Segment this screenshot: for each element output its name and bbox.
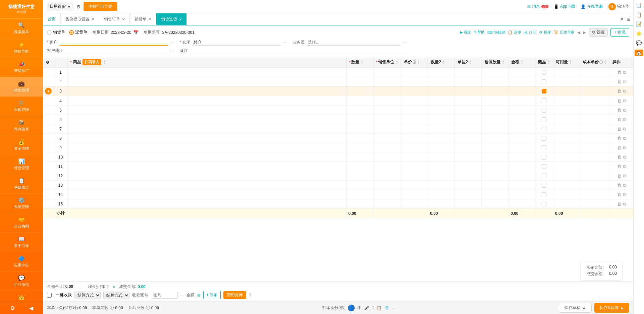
delete-row-btn[interactable]: 🗑 (617, 70, 622, 75)
gift-checkbox[interactable] (542, 164, 546, 169)
right-active-icon[interactable]: 🏠 (635, 50, 643, 56)
cost-cell[interactable] (580, 143, 610, 152)
cost-info-icon[interactable]: ⓘ (599, 60, 603, 65)
unit2-cell[interactable] (455, 143, 482, 152)
pkg-cell[interactable] (482, 199, 508, 209)
right-edit-icon[interactable]: 📝 (636, 21, 642, 27)
sidebar-item-appstore[interactable]: 🔷 应用中心 (0, 252, 43, 271)
salesunit-cell[interactable] (373, 181, 401, 190)
copy-row-btn[interactable]: ⧉ (623, 154, 626, 160)
gift-checkbox[interactable] (542, 183, 546, 188)
unit2-cell[interactable] (455, 190, 482, 199)
eq-sign[interactable]: = (113, 285, 115, 289)
salesunit-cell[interactable] (373, 115, 401, 124)
amount-cell[interactable] (508, 77, 535, 86)
copy-row-btn[interactable]: ⧉ (623, 79, 626, 84)
delete-row-btn[interactable]: 🗑 (617, 117, 622, 122)
sidebar-item-purchase[interactable]: 🛒 采购管理 (0, 97, 43, 116)
qty2-cell[interactable] (428, 106, 455, 115)
salesunit-cell[interactable] (373, 162, 401, 171)
sidebar-settings-btn[interactable]: ⚙ (10, 305, 15, 311)
copy-row-btn[interactable]: ⧉ (623, 117, 626, 122)
cost-cell[interactable] (580, 68, 610, 77)
price-cell[interactable] (401, 181, 428, 190)
qty2-cell[interactable] (428, 152, 455, 162)
delete-row-btn[interactable]: 🗑 (617, 173, 622, 178)
goods-cell[interactable] (67, 115, 346, 124)
address-picker-btn[interactable]: ··· (170, 48, 174, 54)
video-btn[interactable]: ▶ 视频 (460, 30, 471, 35)
avail-cell[interactable] (553, 77, 580, 86)
sidebar-item-sales[interactable]: 💼 销售管理 (0, 77, 43, 97)
qty-cell[interactable] (346, 162, 373, 171)
copy-row-btn[interactable]: ⧉ (623, 164, 626, 169)
salesunit-cell[interactable] (373, 171, 401, 181)
gift-cell[interactable] (535, 106, 553, 115)
table-icon[interactable]: 📋 (377, 306, 382, 310)
qty2-cell[interactable] (428, 190, 455, 199)
avail-cell[interactable] (553, 162, 580, 171)
scan-btn[interactable]: 扫码录入 (83, 59, 101, 65)
gift-checkbox[interactable] (542, 174, 546, 178)
salesunit-cell[interactable] (373, 77, 401, 86)
price-cell[interactable] (401, 115, 428, 124)
unit2-cell[interactable] (455, 86, 482, 96)
goods-cell[interactable] (67, 199, 346, 209)
tab-sales-order-close-icon[interactable]: ✕ (122, 17, 125, 21)
calendar-icon[interactable]: 📅 (133, 30, 138, 35)
pkg-cell[interactable] (482, 190, 508, 199)
salesunit-cell[interactable] (373, 86, 401, 96)
gift-cell[interactable] (535, 181, 553, 190)
gift-checkbox[interactable] (542, 127, 546, 131)
amount-cell[interactable] (508, 162, 535, 171)
copy-row-btn[interactable]: ⧉ (623, 136, 626, 141)
sidebar-item-member[interactable]: 👑 畅会员 (0, 291, 43, 302)
gift-cell[interactable] (535, 190, 553, 199)
tab-home[interactable]: 首页 (43, 13, 61, 25)
qty-cell[interactable] (346, 199, 373, 209)
calc-method-select[interactable]: 结算方式 (74, 292, 101, 299)
amount-cell[interactable] (508, 124, 535, 134)
delete-row-btn[interactable]: 🗑 (617, 88, 622, 93)
topbar-gear-icon[interactable]: ⚙ (76, 4, 81, 9)
unit2-cell[interactable] (455, 162, 482, 171)
cost-cell[interactable] (580, 124, 610, 134)
qty-cell[interactable] (346, 152, 373, 162)
tab-price-setting[interactable]: 售价提取设置 ✕ (61, 13, 99, 25)
user-area[interactable]: 徐 徐泽华 (608, 3, 629, 10)
copy-row-btn[interactable]: ⧉ (623, 192, 626, 197)
tab-sales-invoice[interactable]: 销货单 ✕ (130, 13, 156, 25)
qty-cell[interactable] (346, 190, 373, 199)
qty2-cell[interactable] (428, 199, 455, 209)
staff-picker-btn[interactable]: ··· (402, 40, 407, 46)
price-cell[interactable] (401, 77, 428, 86)
shortcut-btn[interactable]: ⌨ 快捷键 (487, 30, 505, 35)
right-list-icon[interactable]: 📋 (636, 12, 642, 17)
cashoff-info-icon[interactable]: ? (106, 285, 109, 289)
amount-dots[interactable]: ··· (180, 293, 184, 298)
price-cell[interactable] (401, 152, 428, 162)
remark-input[interactable] (190, 48, 408, 54)
cost-cell[interactable] (580, 190, 610, 199)
exp-btn[interactable]: 体验行业方案 (84, 2, 117, 11)
online-service-btn[interactable]: 👤 在线客服 (581, 4, 603, 9)
pkg-cell[interactable] (482, 162, 508, 171)
avail-cell[interactable] (553, 86, 580, 96)
unit2-cell[interactable] (455, 106, 482, 115)
price-cell[interactable] (401, 86, 428, 96)
goods-cell[interactable] (67, 68, 346, 77)
address-input[interactable] (65, 48, 168, 54)
copy-row-btn[interactable]: ⧉ (623, 88, 626, 93)
copy-row-btn[interactable]: ⧉ (623, 183, 626, 188)
goods-cell[interactable] (67, 190, 346, 199)
pkg-cell[interactable] (482, 86, 508, 96)
salesunit-cell[interactable] (373, 199, 401, 209)
gift-checkbox[interactable] (542, 155, 546, 160)
onekeyrecv-checkbox[interactable] (47, 293, 52, 298)
price-info-icon[interactable]: ⓘ (413, 60, 416, 65)
cost-cell[interactable] (580, 115, 610, 124)
print-btn[interactable]: 🖨 打印 (524, 30, 536, 35)
gift-cell[interactable] (535, 96, 553, 106)
avail-cell[interactable] (553, 96, 580, 106)
select-btn[interactable]: 📋 选单 (508, 30, 521, 35)
